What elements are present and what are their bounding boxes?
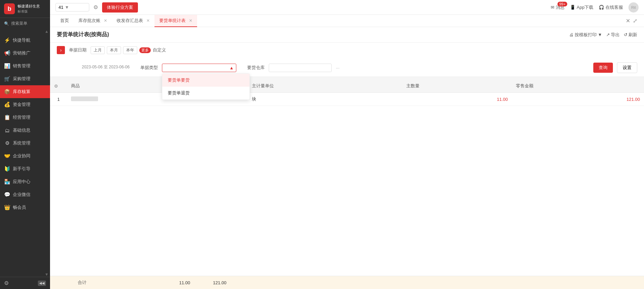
sidebar-item-quick-nav[interactable]: ⚡ 快捷导航 (0, 34, 50, 47)
chevron-down-icon: ▼ (65, 5, 69, 10)
system-icon: ⚙ (4, 140, 10, 146)
logo-icon: b (4, 3, 15, 14)
sidebar-item-purchase[interactable]: 🛒 采购管理 (0, 72, 50, 85)
tab-close-receive-summary[interactable]: ✕ (146, 18, 150, 23)
dropdown-item-delivery[interactable]: 要货单要货 (162, 74, 249, 87)
sidebar-collapse-button[interactable]: ◀◀ (38, 281, 46, 286)
filter-bar: › 单据日期 上月 本月 本年 更多 自定义 2023-05-06 至 2023… (50, 43, 644, 77)
sidebar-item-basics[interactable]: 🗂 基础信息 (0, 124, 50, 137)
quick-nav-icon: ⚡ (4, 37, 10, 43)
date-range-display: 2023-05-06 至 2023-06-06 (82, 65, 129, 69)
sidebar-nav: ⚡ 快捷导航 📢 营销推广 📊 销售管理 🛒 采购管理 📦 库存核算 💰 资金管… (0, 34, 50, 272)
tab-bar: 首页 库存批次账 ✕ 收发存汇总表 ✕ 要货单统计表 ✕ ✕ ⤢ (50, 15, 644, 27)
industry-btn[interactable]: 体验行业方案 (102, 2, 138, 13)
date-btn-last-month[interactable]: 上月 (91, 46, 105, 54)
cell-no: 1 (50, 93, 67, 106)
data-table: ⚙ 商品 主计量单位 主数量 零售金额 1 块 (50, 80, 644, 106)
finance-icon: 💰 (4, 102, 10, 108)
page-actions: 🖨 按模板打印 ▼ ↗ 导出 ↺ 刷新 (569, 32, 637, 38)
filter-more-dots[interactable]: ··· (336, 65, 339, 70)
tab-close-inventory-batch[interactable]: ✕ (104, 18, 107, 23)
sidebar-item-finance[interactable]: 💰 资金管理 (0, 98, 50, 111)
warehouse-label: 要货仓库 (247, 65, 265, 71)
table-footer: 合计 11.00 121.00 (50, 276, 644, 289)
sidebar-item-operations[interactable]: 📋 经营管理 (0, 111, 50, 124)
warehouse-filter-input[interactable] (269, 64, 332, 72)
online-service-link[interactable]: 🎧 在线客服 (599, 4, 623, 10)
tab-close-order-stat[interactable]: ✕ (189, 18, 192, 23)
cell-unit: 块 (248, 93, 403, 106)
user-avatar[interactable]: Rit (628, 2, 639, 13)
dropdown-item-return[interactable]: 要货单退货 (162, 87, 249, 99)
page-content: 要货单统计表(按商品) 🖨 按模板打印 ▼ ↗ 导出 ↺ 刷新 › (50, 27, 644, 289)
filter-expand-btn[interactable]: › (57, 46, 65, 54)
tab-receive-summary[interactable]: 收发存汇总表 ✕ (112, 15, 154, 27)
page-header: 要货单统计表(按商品) 🖨 按模板打印 ▼ ↗ 导出 ↺ 刷新 (50, 27, 644, 43)
export-icon: ↗ (606, 32, 610, 37)
date-btn-this-month[interactable]: 本月 (107, 46, 121, 54)
type-label: 单据类型 (140, 65, 158, 71)
date-custom-btn[interactable]: 自定义 (153, 47, 166, 53)
topbar-right: ✉ 消息 99+ 📱 App下载 🎧 在线客服 Rit (551, 2, 639, 13)
member-icon: 👑 (4, 204, 10, 210)
cell-qty: 11.00 (402, 93, 512, 106)
phone-icon: 📱 (570, 5, 575, 10)
template-print-btn[interactable]: 🖨 按模板打印 ▼ (569, 32, 602, 38)
topbar-gear-icon[interactable]: ⚙ (93, 4, 98, 10)
sidebar-item-member[interactable]: 👑 畅会员 (0, 201, 50, 214)
type-filter-wrapper: ▲ 要货单要货 要货单退货 (162, 64, 236, 72)
sidebar-item-inventory[interactable]: 📦 库存核算 (0, 85, 50, 98)
type-filter-input[interactable] (162, 64, 236, 72)
store-selector[interactable]: 41 ▼ (55, 3, 89, 12)
date-btn-this-year[interactable]: 本年 (123, 46, 137, 54)
message-badge[interactable]: ✉ 消息 99+ (551, 4, 565, 10)
footer-total-qty: 11.00 (179, 280, 206, 285)
appstore-icon: 🏪 (4, 179, 10, 185)
sidebar-item-marketing[interactable]: 📢 营销推广 (0, 47, 50, 60)
message-icon: ✉ (551, 5, 554, 10)
tab-inventory-batch[interactable]: 库存批次账 ✕ (74, 15, 112, 27)
th-unit: 主计量单位 (248, 80, 403, 93)
enterprise-icon: 🤝 (4, 153, 10, 159)
tab-home[interactable]: 首页 (55, 15, 74, 27)
scroll-up-indicator[interactable]: ▲ (45, 29, 49, 34)
th-amount: 零售金额 (512, 80, 644, 93)
settings-gear-icon[interactable]: ⚙ (4, 280, 9, 286)
search-menu[interactable]: 🔍 搜索菜单 (0, 18, 50, 29)
sidebar-item-appstore[interactable]: 🏪 应用中心 (0, 175, 50, 188)
type-chevron-up-icon[interactable]: ▲ (230, 65, 234, 70)
sidebar-item-system[interactable]: ⚙ 系统管理 (0, 137, 50, 150)
main-area: 41 ▼ ⚙ 体验行业方案 ✉ 消息 99+ 📱 App下载 🎧 在线客服 Ri… (50, 0, 644, 289)
expand-tabs-icon[interactable]: ⤢ (631, 16, 639, 25)
basics-icon: 🗂 (4, 128, 10, 133)
query-button[interactable]: 查询 (593, 63, 613, 73)
cell-amount: 121.00 (512, 93, 644, 106)
scroll-down-indicator[interactable]: ▼ (45, 272, 49, 277)
export-btn[interactable]: ↗ 导出 (606, 32, 620, 38)
search-icon: 🔍 (4, 21, 9, 26)
chevron-down-icon: ▼ (598, 32, 602, 37)
date-more-badge[interactable]: 更多 (139, 47, 151, 53)
data-table-wrapper: ⚙ 商品 主计量单位 主数量 零售金额 1 块 (50, 80, 644, 276)
marketing-icon: 📢 (4, 50, 10, 56)
sidebar-item-wechat[interactable]: 💬 企业微信 (0, 188, 50, 201)
close-all-tabs-icon[interactable]: ✕ (624, 16, 631, 25)
refresh-btn[interactable]: ↺ 刷新 (624, 32, 637, 38)
refresh-icon: ↺ (624, 32, 627, 37)
wechat-icon: 💬 (4, 192, 10, 198)
purchase-icon: 🛒 (4, 76, 10, 82)
th-settings[interactable]: ⚙ (50, 80, 67, 93)
footer-total-amount: 121.00 (213, 280, 240, 285)
headset-icon: 🎧 (599, 5, 604, 10)
table-body: 1 块 11.00 121.00 (50, 93, 644, 106)
page-title: 要货单统计表(按商品) (57, 31, 109, 38)
sidebar-item-enterprise[interactable]: 🤝 企业协同 (0, 150, 50, 162)
app-download-link[interactable]: 📱 App下载 (570, 4, 593, 10)
print-icon: 🖨 (569, 32, 574, 37)
tab-order-stat[interactable]: 要货单统计表 ✕ (154, 15, 197, 27)
sidebar-item-guide[interactable]: 🔰 新手引导 (0, 162, 50, 175)
sidebar-item-sales[interactable]: 📊 销售管理 (0, 60, 50, 72)
settings-button[interactable]: 设置 (617, 62, 637, 73)
table-settings-icon[interactable]: ⚙ (54, 84, 58, 89)
operations-icon: 📋 (4, 114, 10, 120)
